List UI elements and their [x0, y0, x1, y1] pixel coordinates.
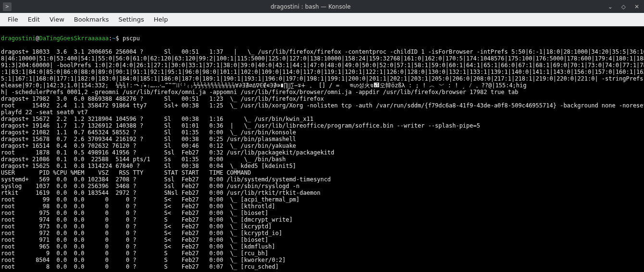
menu-bar: File Edit View Bookmarks Settings Help	[0, 13, 644, 26]
prompt-host: DaTingGoesSkrraaaaaa	[39, 35, 109, 42]
menu-edit[interactable]: Edit	[23, 14, 45, 25]
terminal-line: rtkit 1619 0.0 0.0 183544 2972 ? SNsl Fe…	[1, 189, 643, 196]
terminal-line: h| -schedulerPrefs 0001,2 -greomni /usr/…	[1, 89, 643, 95]
app-icon: >	[3, 2, 12, 11]
terminal-line: dragost+ 15625 0.1 0.8 1314224 67840 ? S…	[1, 163, 643, 169]
window-titlebar: > dragostini : bash — Konsole ⌄ ◇ ✕	[0, 0, 644, 13]
prompt-line: dragostini@DaTingGoesSkrraaaaaa:~$ pscpu	[1, 35, 643, 42]
terminal-line: 8|46:10000|51:0|53:400|54:1|55:0|56:0|61…	[1, 55, 643, 62]
window-controls: ⌄ ◇ ✕	[606, 2, 641, 11]
terminal-line: root 971 0.0 0.0 0 0 ? S< Feb27 0:00 \_ …	[1, 237, 643, 243]
terminal-line: dragost+ 17982 3.0 6.0 8869388 488276 ? …	[1, 95, 643, 102]
menu-help[interactable]: Help	[149, 14, 173, 25]
prompt-user: dragostini	[1, 35, 36, 42]
window-title: dragostini : bash — Konsole	[15, 3, 606, 10]
maximize-button[interactable]: ◇	[619, 2, 628, 11]
terminal-line: systemd+ 569 0.0 0.0 102384 2708 ? Ssl F…	[1, 176, 643, 183]
command-text: pscpu	[123, 35, 140, 42]
menu-file[interactable]: File	[3, 14, 23, 25]
menu-view[interactable]: View	[45, 14, 69, 25]
menu-settings[interactable]: Settings	[113, 14, 149, 25]
terminal-line: root 973 0.0 0.0 0 0 ? S< Feb27 0:00 \_ …	[1, 223, 643, 230]
terminal-line: root 965 0.0 0.0 0 0 ? S< Feb27 0:00 \_ …	[1, 243, 643, 250]
terminal-line: root 8504 0.0 0.0 0 0 ? S Feb27 0:00 \_ …	[1, 257, 643, 263]
terminal-line: dragost+ 15678 0.7 2.6 3709344 216192 ? …	[1, 136, 643, 142]
terminal-line: root 974 0.0 0.0 0 0 ? S Feb27 0:00 \_ […	[1, 216, 643, 223]
terminal-line: USER PID %CPU %MEM VSZ RSS TTY STAT STAR…	[1, 169, 643, 176]
terminal-line: root 99 0.0 0.0 0 0 ? S< Feb27 0:00 \_ […	[1, 196, 643, 203]
terminal-line: root 9 0.0 0.0 0 0 ? S Feb27 0:00 \_ [rc…	[1, 250, 643, 257]
terminal-line: root 8 0.0 0.0 0 0 ? S Feb27 0:07 \_ [rc…	[1, 263, 643, 270]
terminal-line: root 98 0.0 0.0 0 0 ? S< Feb27 0:00 \_ […	[1, 203, 643, 210]
terminal-line: dragost+ 21082 1.1 0.7 645324 58552 ? Sl…	[1, 129, 643, 136]
terminal-line: :1|83:1|84:0|85:0|86:0|88:0|89:0|90:1|91…	[1, 69, 643, 75]
minimize-button[interactable]: ⌄	[606, 2, 615, 11]
terminal-line: playfd 22 -seat seat0 vt7	[1, 109, 643, 116]
terminal-line: dragost+ 15672 2.2 1.2 3218904 104596 ? …	[1, 116, 643, 122]
terminal-line: root 1878 0.1 0.5 498916 41956 ? Ssl Feb…	[1, 149, 643, 156]
terminal-line: dragost+ 18033 3.6 3.1 2006056 256004 ? …	[1, 48, 643, 55]
terminal-line: 91:3|204:60000| -boolPrefs 1:0|2:0|4:0|2…	[1, 62, 643, 69]
terminal-line: dragost+ 21086 0.1 0.0 22588 5144 pts/1 …	[1, 156, 643, 163]
terminal-line: dragost+ 16514 0.4 0.9 702632 76120 ? Sl…	[1, 142, 643, 149]
terminal-line: root 975 0.0 0.0 0 0 ? S< Feb27 0:00 \_ …	[1, 210, 643, 216]
prompt-glyph-icon: >	[5, 4, 9, 9]
terminal-line: syslog 1037 0.0 0.0 256396 3468 ? Ssl Fe…	[1, 183, 643, 189]
menu-bookmarks[interactable]: Bookmarks	[69, 14, 114, 25]
close-button[interactable]: ✕	[632, 2, 641, 11]
terminal-line: root 15492 2.4 1.1 358472 91864 tty7 Ssl…	[1, 102, 643, 109]
terminal-output[interactable]: dragostini@DaTingGoesSkrraaaaaa:~$ pscpu…	[0, 26, 644, 272]
terminal-line: dragost+ 19146 1.7 1.7 1326912 140388 ? …	[1, 122, 643, 129]
terminal-line: 5:1|167:1|168:0|177:1|182:0|183:0|184:0|…	[1, 75, 643, 82]
terminal-line: elease|97:0;|142:3;1.0|154:332; ¼½¾ǃːˑ˞։…	[1, 82, 643, 89]
terminal-line: root 972 0.0 0.0 0 0 ? S< Feb27 0:00 \_ …	[1, 230, 643, 237]
